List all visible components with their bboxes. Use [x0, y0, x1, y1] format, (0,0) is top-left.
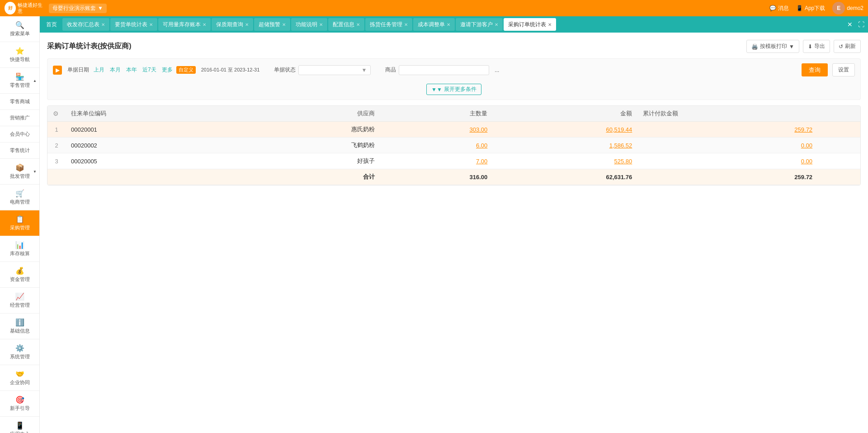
expand-more-btn[interactable]: ▼▼ 展开更多条件: [426, 84, 481, 95]
sidebar-item-inventory[interactable]: 📊 库存核算: [0, 236, 39, 262]
filter-toggle-button[interactable]: ▶: [53, 66, 62, 75]
custom-date-badge[interactable]: 自定义: [176, 66, 196, 74]
print-button[interactable]: 🖨️ 按模板打印 ▼: [746, 40, 799, 53]
user-menu[interactable]: E demo2: [832, 2, 863, 14]
row-extra: [818, 122, 860, 138]
settings-button[interactable]: 设置: [832, 63, 855, 76]
tab-cost-adjust[interactable]: 成本调整单 ✕: [413, 18, 455, 31]
sidebar-item-member[interactable]: 会员中心: [0, 126, 39, 143]
workspace-selector[interactable]: 母婴行业演示账套 ▼: [49, 4, 107, 13]
tab-close-icon[interactable]: ✕: [548, 22, 552, 27]
this-month-shortcut[interactable]: 本月: [108, 66, 123, 74]
chevron-down-icon: ▼: [98, 5, 103, 11]
page-header: 采购订单统计表(按供应商) 🖨️ 按模板打印 ▼ ⬇ 导出 ↺ 刷新: [47, 40, 861, 53]
top-right: 💬 消息 📱 App下载 E demo2: [769, 2, 863, 14]
export-icon: ⬇: [808, 43, 812, 50]
sidebar-item-label: 电商管理: [10, 199, 30, 205]
query-button[interactable]: 查询: [802, 63, 828, 76]
row-amount: 1,586.52: [493, 138, 637, 153]
collab-icon: 🤝: [15, 370, 24, 378]
qty-link[interactable]: 303.00: [470, 126, 488, 133]
amount-link[interactable]: 1,586.52: [609, 142, 632, 149]
tab-maximize-btn[interactable]: ⛶: [856, 20, 866, 29]
sidebar-item-ecommerce[interactable]: 🛒 电商管理: [0, 185, 39, 210]
sidebar-item-shortcut[interactable]: ⭐ 快捷导航: [0, 42, 39, 68]
footer-label: [66, 169, 246, 185]
sidebar-item-retail-stats[interactable]: 零售统计: [0, 143, 39, 159]
tab-warranty[interactable]: 保质期查询 ✕: [212, 18, 253, 31]
table-row[interactable]: 3 00020005 好孩子 7.00 525.80 0.00: [47, 153, 860, 169]
table-row[interactable]: 1 00020001 惠氏奶粉 303.00 60,519.44 259.72: [47, 122, 860, 138]
ecommerce-icon: 🛒: [15, 189, 24, 198]
table-header-row: ⚙ 往来单位编码 供应商 主数量 金额 累计付款金额: [47, 106, 860, 122]
th-code: 往来单位编码: [66, 106, 246, 122]
sidebar-item-wholesale[interactable]: 📦 批发管理: [0, 159, 39, 185]
row-paid: 259.72: [637, 122, 818, 138]
qty-link[interactable]: 6.00: [476, 142, 487, 149]
tab-inventory-ledger[interactable]: 可用量库存账本 ✕: [158, 18, 211, 31]
tab-close-icon[interactable]: ✕: [245, 22, 249, 27]
table-row[interactable]: 2 00020002 飞鹤奶粉 6.00 1,586.52 0.00: [47, 138, 860, 153]
status-select[interactable]: ▼: [298, 65, 371, 75]
tab-overstock[interactable]: 超储预警 ✕: [254, 18, 290, 31]
date-filter-group: 单据日期 上月 本月 本年 近7天 更多 自定义: [67, 66, 196, 74]
sidebar-item-finance[interactable]: 💰 资金管理: [0, 262, 39, 288]
sidebar-item-marketing[interactable]: 营销推广: [0, 110, 39, 126]
tab-close-icon[interactable]: ✕: [447, 22, 450, 27]
last-month-shortcut[interactable]: 上月: [92, 66, 106, 74]
refresh-icon: ↺: [839, 43, 843, 50]
this-year-shortcut[interactable]: 本年: [124, 66, 139, 74]
paid-link[interactable]: 259.72: [794, 126, 812, 133]
amount-link[interactable]: 525.80: [614, 158, 632, 165]
tab-close-icon[interactable]: ✕: [203, 22, 206, 27]
sidebar-item-collab[interactable]: 🤝 企业协同: [0, 365, 39, 391]
gear-icon[interactable]: ⚙: [53, 110, 59, 117]
sidebar-item-newbie[interactable]: 🎯 新手引导: [0, 391, 39, 417]
sidebar-item-purchase[interactable]: 📋 采购管理: [0, 210, 39, 236]
tab-close-icon[interactable]: ✕: [101, 22, 105, 27]
sidebar-item-basic[interactable]: ℹ️ 基础信息: [0, 314, 39, 339]
sidebar-item-label: 批发管理: [10, 173, 30, 180]
tab-close-icon[interactable]: ✕: [282, 22, 286, 27]
sidebar-item-retail[interactable]: 🏪 零售管理: [0, 68, 39, 94]
tab-close-icon[interactable]: ✕: [319, 22, 323, 27]
tab-close-icon[interactable]: ✕: [356, 22, 360, 27]
tab-close-icon[interactable]: ✕: [495, 22, 498, 27]
amount-link[interactable]: 60,519.44: [606, 126, 632, 133]
more-filter-btn[interactable]: ...: [492, 66, 502, 75]
th-paid: 累计付款金额: [637, 106, 818, 122]
tab-purchase-stats[interactable]: 采购订单统计表 ✕: [504, 18, 556, 31]
sidebar-item-retail-shop[interactable]: 零售商城: [0, 94, 39, 110]
tab-close-all-btn[interactable]: ✕: [845, 20, 854, 29]
paid-link[interactable]: 0.00: [801, 158, 812, 165]
sidebar-item-appstore[interactable]: 📱 应用中心: [0, 417, 39, 433]
tab-invite[interactable]: 邀请下游客户 ✕: [456, 18, 503, 31]
row-extra: [818, 153, 860, 169]
footer-total-label: 合计: [246, 169, 380, 185]
tab-func-guide[interactable]: 功能说明 ✕: [291, 18, 327, 31]
refresh-button[interactable]: ↺ 刷新: [834, 40, 861, 53]
last-7-days-shortcut[interactable]: 近7天: [141, 66, 158, 74]
goods-search-input[interactable]: [399, 65, 489, 75]
sidebar-item-search[interactable]: 🔍 搜索菜单: [0, 16, 39, 42]
tab-close-icon[interactable]: ✕: [149, 22, 153, 27]
paid-link[interactable]: 0.00: [801, 142, 812, 149]
tab-home[interactable]: 首页: [42, 18, 61, 31]
footer-extra: [818, 169, 860, 185]
message-btn[interactable]: 💬 消息: [769, 5, 789, 12]
inventory-icon: 📊: [15, 241, 24, 249]
tab-receive-summary[interactable]: 收发存汇总表 ✕: [62, 18, 109, 31]
message-icon: 💬: [769, 5, 776, 11]
tab-task-mgmt[interactable]: 拣货任务管理 ✕: [365, 18, 412, 31]
more-date-shortcut[interactable]: 更多: [160, 66, 175, 74]
tab-close-icon[interactable]: ✕: [404, 22, 408, 27]
qty-link[interactable]: 7.00: [476, 158, 487, 165]
top-bar: 好 畅捷通好生意 母婴行业演示账套 ▼ 💬 消息 📱 App下载 E demo2: [0, 0, 868, 16]
export-button[interactable]: ⬇ 导出: [803, 40, 830, 53]
tab-goods-stats[interactable]: 要货单统计表 ✕: [110, 18, 157, 31]
sidebar-item-operations[interactable]: 📈 经营管理: [0, 288, 39, 314]
app-download-btn[interactable]: 📱 App下载: [796, 5, 825, 12]
sidebar-item-system[interactable]: ⚙️ 系统管理: [0, 339, 39, 365]
tab-config[interactable]: 配置信息 ✕: [328, 18, 364, 31]
sidebar-item-label: 采购管理: [10, 224, 30, 231]
